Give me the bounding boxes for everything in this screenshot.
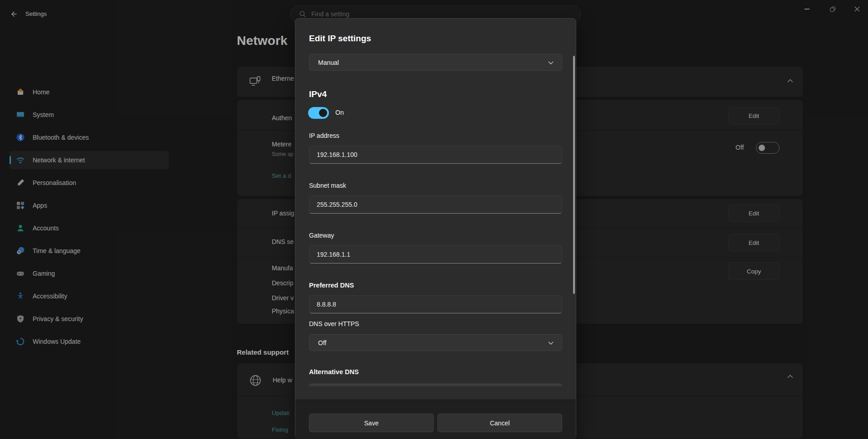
dns-over-https-value: Off bbox=[318, 339, 326, 346]
chevron-up-icon[interactable] bbox=[787, 375, 793, 378]
ip-address-label: IP address bbox=[309, 132, 339, 139]
apps-icon bbox=[16, 201, 25, 210]
copy-button[interactable]: Copy bbox=[728, 263, 780, 280]
help-label: Help w bbox=[273, 376, 292, 384]
save-button[interactable]: Save bbox=[309, 414, 434, 432]
home-icon bbox=[16, 88, 25, 97]
alternative-dns-field[interactable] bbox=[309, 384, 562, 386]
sidebar-item-label: Bluetooth & devices bbox=[33, 134, 89, 141]
sidebar-item-bluetooth-devices[interactable]: Bluetooth & devices bbox=[10, 128, 169, 146]
preferred-dns-value: 8.8.8.8 bbox=[317, 301, 336, 308]
gateway-label: Gateway bbox=[309, 232, 334, 239]
sidebar-item-apps[interactable]: Apps bbox=[10, 196, 169, 215]
settings-window: Settings Find a setting Home System Blue… bbox=[0, 0, 868, 439]
edit-ip-settings-dialog: Edit IP settings Manual IPv4 On IP addre… bbox=[295, 18, 576, 439]
preferred-dns-field[interactable]: 8.8.8.8 bbox=[309, 295, 562, 313]
system-icon bbox=[16, 110, 25, 119]
authentication-label: Authen bbox=[272, 114, 292, 122]
ip-address-field[interactable]: 192.168.1.100 bbox=[309, 146, 562, 164]
cancel-button[interactable]: Cancel bbox=[437, 414, 562, 432]
manufacturer-label: Manufa bbox=[272, 264, 293, 272]
minimize-icon bbox=[804, 9, 809, 9]
sidebar-item-label: Personalisation bbox=[33, 179, 76, 186]
support-link[interactable]: Updati bbox=[272, 410, 289, 416]
sidebar-item-personalisation[interactable]: Personalisation bbox=[10, 174, 169, 192]
close-button[interactable] bbox=[846, 0, 868, 18]
sidebar-item-label: Accessibility bbox=[33, 293, 67, 300]
window-title: Settings bbox=[25, 11, 47, 17]
back-button[interactable] bbox=[5, 6, 22, 22]
gateway-value: 192.168.1.1 bbox=[317, 251, 350, 258]
sidebar-item-gaming[interactable]: Gaming bbox=[10, 264, 169, 283]
metered-connection-sub: Some ap bbox=[272, 151, 294, 157]
ethernet-icon bbox=[248, 75, 262, 89]
chevron-down-icon bbox=[548, 61, 554, 64]
data-limit-link[interactable]: Set a d bbox=[272, 172, 291, 179]
sidebar-item-label: Privacy & security bbox=[33, 315, 83, 322]
description-label: Descrip bbox=[272, 279, 293, 287]
support-link[interactable]: Fixing bbox=[272, 426, 288, 433]
alternative-dns-label: Alternative DNS bbox=[309, 368, 359, 376]
gamepad-icon bbox=[16, 269, 25, 278]
ip-assignment-label: IP assig bbox=[272, 210, 294, 217]
sidebar-item-system[interactable]: System bbox=[10, 106, 169, 124]
sidebar-item-label: Gaming bbox=[33, 270, 55, 277]
ip-mode-value: Manual bbox=[318, 59, 339, 66]
sidebar-item-label: Accounts bbox=[33, 224, 59, 232]
edit-button[interactable]: Edit bbox=[728, 205, 780, 222]
dns-over-https-dropdown[interactable]: Off bbox=[309, 334, 562, 351]
subnet-mask-label: Subnet mask bbox=[309, 182, 346, 189]
related-support-heading: Related support bbox=[237, 348, 289, 356]
dns-assignment-label: DNS se bbox=[272, 238, 294, 245]
shield-icon bbox=[16, 314, 25, 323]
ipv4-toggle-label: On bbox=[335, 109, 344, 116]
chevron-down-icon bbox=[548, 341, 554, 345]
sidebar-item-label: Windows Update bbox=[33, 338, 81, 345]
minimize-button[interactable] bbox=[794, 0, 820, 18]
driver-version-label: Driver v bbox=[272, 294, 294, 302]
ip-mode-dropdown[interactable]: Manual bbox=[309, 54, 562, 71]
page-title: Network bbox=[237, 34, 288, 48]
sidebar-item-accessibility[interactable]: Accessibility bbox=[10, 287, 169, 305]
update-icon bbox=[16, 337, 25, 346]
globe-icon bbox=[248, 373, 263, 388]
ipv4-toggle[interactable] bbox=[308, 107, 329, 119]
sidebar-item-label: Apps bbox=[33, 202, 47, 209]
ipv4-heading: IPv4 bbox=[309, 89, 327, 99]
chevron-up-icon[interactable] bbox=[787, 79, 793, 83]
subnet-mask-value: 255.255.255.0 bbox=[317, 201, 358, 208]
wifi-icon bbox=[16, 156, 25, 165]
sidebar-item-label: Time & language bbox=[33, 247, 80, 254]
clock-globe-icon bbox=[16, 246, 25, 255]
edit-button[interactable]: Edit bbox=[728, 107, 780, 124]
restore-button[interactable] bbox=[820, 0, 846, 18]
sidebar-item-time-language[interactable]: Time & language bbox=[10, 242, 169, 260]
sidebar-item-home[interactable]: Home bbox=[10, 83, 169, 101]
sidebar-item-privacy-security[interactable]: Privacy & security bbox=[10, 310, 169, 328]
close-icon bbox=[854, 6, 860, 12]
sidebar-item-label: Network & internet bbox=[33, 156, 85, 164]
ethernet-title: Etherne bbox=[272, 75, 294, 82]
bluetooth-icon bbox=[16, 133, 25, 142]
ip-address-value: 192.168.1.100 bbox=[317, 151, 358, 158]
dialog-scrollbar[interactable] bbox=[573, 56, 575, 294]
search-icon bbox=[299, 10, 306, 18]
sidebar-item-network-internet[interactable]: Network & internet bbox=[10, 151, 169, 169]
gateway-field[interactable]: 192.168.1.1 bbox=[309, 245, 562, 263]
dns-over-https-label: DNS over HTTPS bbox=[309, 320, 359, 327]
preferred-dns-label: Preferred DNS bbox=[309, 282, 354, 289]
person-icon bbox=[16, 224, 25, 233]
dialog-title: Edit IP settings bbox=[309, 34, 371, 44]
metered-toggle[interactable] bbox=[756, 142, 780, 154]
paintbrush-icon bbox=[16, 178, 25, 187]
edit-button[interactable]: Edit bbox=[728, 234, 780, 251]
restore-icon bbox=[830, 6, 836, 12]
search-placeholder: Find a setting bbox=[311, 10, 349, 18]
sidebar-item-label: Home bbox=[33, 88, 49, 96]
sidebar-item-accounts[interactable]: Accounts bbox=[10, 219, 169, 237]
subnet-mask-field[interactable]: 255.255.255.0 bbox=[309, 195, 562, 214]
physical-address-label: Physica bbox=[272, 307, 294, 315]
sidebar-item-windows-update[interactable]: Windows Update bbox=[10, 332, 169, 351]
toggle-knob bbox=[319, 109, 327, 117]
back-arrow-icon bbox=[10, 10, 18, 18]
